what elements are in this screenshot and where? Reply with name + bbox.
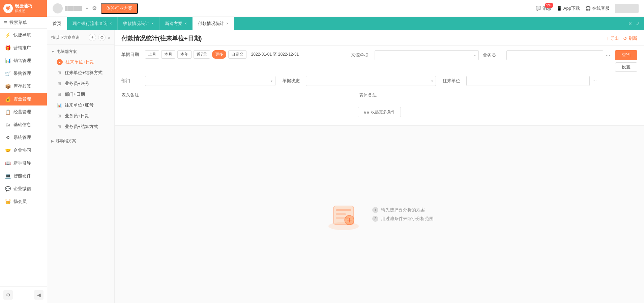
- partner-ellipsis[interactable]: ···: [592, 78, 597, 84]
- dept-label: 部门: [121, 78, 145, 84]
- empty-tips: 1 请先选择要分析的方案 2 用过滤条件来缩小分析范围: [372, 207, 434, 222]
- query-btn[interactable]: 查询: [615, 50, 637, 60]
- tab-home[interactable]: 首页: [47, 17, 67, 30]
- brand-text: 畅捷通巧 标准版: [15, 3, 32, 13]
- quick-nav-icon: ⚡: [5, 32, 11, 38]
- scheme-item-unit-date-icon: ●: [57, 59, 63, 65]
- trial-btn[interactable]: 体验行业方案: [101, 3, 138, 14]
- scheme-item-unit-account[interactable]: 📊 往来单位+账号: [47, 100, 114, 111]
- date-btn-7days[interactable]: 近7天: [194, 50, 210, 59]
- brand-icon: 畅: [3, 4, 13, 13]
- sidebar-item-label: 智能硬件: [13, 173, 31, 179]
- topbar-actions: 💬 消息 99+ 📱 App下载 🎧 在线客服: [536, 4, 639, 13]
- system-icon: ⚙: [5, 134, 11, 141]
- voucher-status-select[interactable]: ▾: [306, 76, 436, 86]
- sidebar-footer: ⚙ ◀: [0, 286, 47, 303]
- refresh-btn[interactable]: ↺ 刷新: [623, 35, 637, 41]
- scheme-item-dept-date[interactable]: ⊞ 部门+日期: [47, 89, 114, 100]
- dept-select[interactable]: ▾: [145, 76, 275, 86]
- date-btn-this-month[interactable]: 本月: [161, 50, 175, 59]
- scheme-group-mobile-header[interactable]: ▶ 移动端方案: [47, 136, 114, 146]
- sidebar-item-marketing[interactable]: 🎁 营销推广: [0, 41, 47, 54]
- tabbar-close-icon[interactable]: ×: [628, 20, 632, 27]
- export-btn[interactable]: ↑ 导出: [607, 35, 619, 41]
- voucher-status-label: 单据状态: [282, 78, 306, 84]
- collapse-btn[interactable]: ∧∧ 收起更多条件: [358, 107, 401, 117]
- scheme-item-staff-settle[interactable]: ⊞ 业务员+结算方式: [47, 121, 114, 132]
- sidebar-item-wechat[interactable]: 💬 企业微信: [0, 182, 47, 195]
- sidebar-item-purchase[interactable]: 🛒 采购管理: [0, 67, 47, 80]
- scheme-add-btn[interactable]: +: [89, 34, 96, 41]
- scheme-group-pc-header[interactable]: ▼ 电脑端方案: [47, 47, 114, 57]
- sidebar-item-cooperation[interactable]: 🤝 企业协同: [0, 144, 47, 157]
- marketing-icon: 🎁: [5, 45, 11, 51]
- date-btn-this-year[interactable]: 本年: [177, 50, 192, 59]
- sidebar-item-capital[interactable]: 💰 资金管理: [0, 93, 47, 105]
- settings-btn[interactable]: 设置: [615, 62, 637, 72]
- sidebar-item-label: 资金管理: [13, 96, 31, 102]
- app-download-label: App下载: [563, 5, 580, 11]
- scheme-item-dept-date-label: 部门+日期: [65, 91, 85, 97]
- sidebar-item-operations[interactable]: 📋 经营管理: [0, 105, 47, 118]
- scheme-settings-btn[interactable]: ⚙: [98, 34, 106, 41]
- sidebar-settings-btn[interactable]: ⚙: [3, 290, 13, 300]
- tab-receipt-stats-close[interactable]: ×: [151, 21, 154, 26]
- sidebar-item-guide[interactable]: 📖 新手引导: [0, 157, 47, 170]
- salesperson-ellipsis[interactable]: ···: [606, 52, 610, 58]
- header-memo-input[interactable]: [146, 90, 352, 100]
- scheme-group-mobile-arrow: ▶: [51, 139, 54, 143]
- salesperson-select[interactable]: [506, 50, 603, 60]
- tab-payment-stats[interactable]: 付款情况统计 ×: [193, 17, 234, 30]
- tab-cash-bank-label: 现金银行流水查询: [72, 21, 108, 27]
- scheme-item-unit-date[interactable]: ● 往来单位+日期: [47, 57, 114, 67]
- date-btn-custom[interactable]: 自定义: [228, 50, 246, 59]
- message-action[interactable]: 💬 消息 99+: [536, 5, 551, 11]
- search-menu[interactable]: ☰ 搜索菜单: [0, 17, 47, 29]
- guide-icon: 📖: [5, 160, 11, 166]
- tab-receipt-stats[interactable]: 收款情况统计 ×: [118, 17, 159, 30]
- scheme-panel: 按以下方案查询 + ⚙ « ▼ 电脑端方案 ● 往来单位+日期 ⊞: [47, 30, 115, 303]
- topbar-user[interactable]: ██████: [53, 3, 82, 13]
- sidebar-collapse-btn[interactable]: ◀: [34, 290, 43, 300]
- scheme-item-unit-settle[interactable]: ⊞ 往来单位+结算方式: [47, 67, 114, 78]
- tabbar-expand-icon[interactable]: ⤢: [636, 21, 640, 26]
- filter-area: 单据日期 上月 本月 本年 近7天 更多 自定义 2022-01-01 至 20…: [115, 46, 644, 126]
- scheme-group-mobile-title: 移动端方案: [56, 138, 76, 144]
- sidebar-item-sales[interactable]: 📊 销售管理: [0, 54, 47, 67]
- tip-1-text: 请先选择要分析的方案: [381, 207, 425, 213]
- topbar-user-right[interactable]: [615, 4, 639, 13]
- sidebar-item-inventory[interactable]: 📦 库存核算: [0, 80, 47, 93]
- sidebar-item-system[interactable]: ⚙ 系统管理: [0, 131, 47, 144]
- body-memo-label: 表体备注: [359, 92, 381, 98]
- online-service-action[interactable]: 🎧 在线客服: [585, 5, 610, 11]
- source-select[interactable]: ▾: [375, 50, 478, 60]
- sidebar-item-label: 企业微信: [13, 186, 31, 192]
- tip-num-2: 2: [372, 216, 378, 222]
- scheme-panel-collapse-btn[interactable]: «: [108, 35, 110, 40]
- sidebar-item-member[interactable]: 👑 畅会员: [0, 195, 47, 208]
- sidebar-item-quick-nav[interactable]: ⚡ 快捷导航: [0, 29, 47, 41]
- scheme-item-staff-date[interactable]: ⊞ 业务员+日期: [47, 111, 114, 121]
- date-label: 单据日期: [121, 52, 145, 58]
- date-btn-more[interactable]: 更多: [212, 50, 226, 59]
- tab-new-scheme-close[interactable]: ×: [184, 21, 187, 26]
- tab-cash-bank-close[interactable]: ×: [110, 21, 112, 26]
- app-download-action[interactable]: 📱 App下载: [557, 5, 580, 11]
- tab-new-scheme[interactable]: 新建方案 ×: [159, 17, 193, 30]
- partner-select[interactable]: [466, 76, 589, 86]
- topbar-dropdown-icon[interactable]: ▾: [86, 6, 88, 11]
- tab-home-label: 首页: [53, 21, 61, 27]
- scheme-group-pc: ▼ 电脑端方案 ● 往来单位+日期 ⊞ 往来单位+结算方式 ⊞ 业务员+账号 ⊞: [47, 45, 114, 134]
- body-memo-input[interactable]: [384, 90, 590, 100]
- scheme-panel-header: 按以下方案查询 + ⚙ «: [47, 30, 114, 45]
- tab-cash-bank[interactable]: 现金银行流水查询 ×: [67, 17, 118, 30]
- scheme-panel-title: 按以下方案查询: [51, 35, 80, 40]
- tab-payment-stats-close[interactable]: ×: [226, 21, 229, 26]
- topbar-settings-icon[interactable]: ⚙: [92, 5, 97, 11]
- export-label: 导出: [610, 35, 619, 41]
- sidebar-item-hardware[interactable]: 💻 智能硬件: [0, 170, 47, 182]
- date-range-value[interactable]: 2022-01-01 至 2022-12-31: [251, 52, 299, 57]
- sidebar-item-basic-info[interactable]: 🗂 基础信息: [0, 118, 47, 131]
- date-btn-last-month[interactable]: 上月: [145, 50, 159, 59]
- scheme-item-staff-account[interactable]: ⊞ 业务员+账号: [47, 78, 114, 89]
